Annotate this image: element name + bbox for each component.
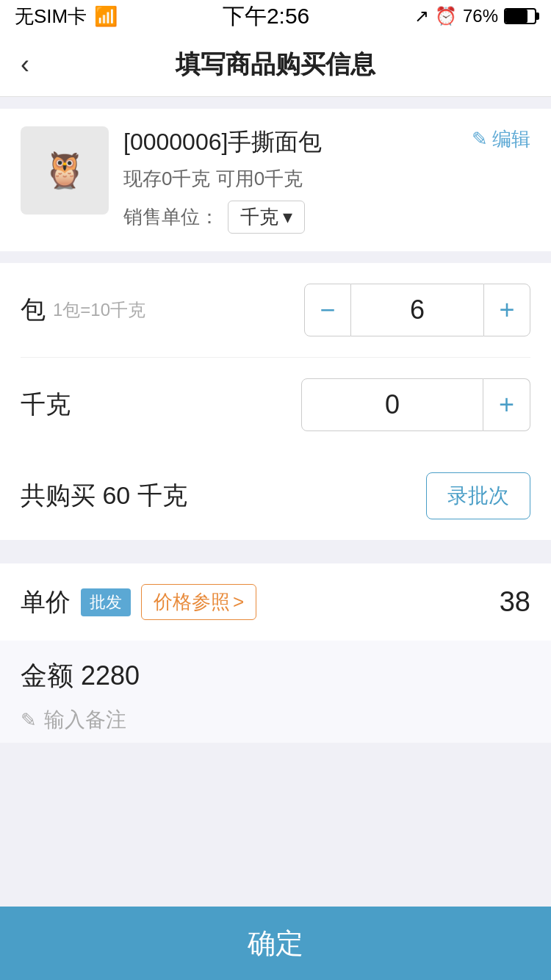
product-image: 🦉: [21, 126, 109, 215]
kg-quantity-control: +: [301, 378, 530, 431]
back-button[interactable]: ‹: [21, 49, 29, 80]
price-section: 单价 批发 价格参照 > 38: [0, 563, 551, 641]
divider-2: [0, 540, 551, 552]
package-label: 包 1包=10千克: [21, 293, 145, 327]
chevron-right-icon: >: [233, 591, 244, 613]
package-plus-button[interactable]: +: [483, 284, 530, 336]
edit-icon: ✎: [472, 128, 488, 151]
package-quantity-input[interactable]: [351, 284, 483, 336]
status-bar: 无SIM卡 📶 下午2:56 ↗ ⏰ 76%: [0, 0, 551, 32]
total-label: 共购买 60 千克: [21, 479, 187, 513]
package-row: 包 1包=10千克 − +: [21, 263, 530, 358]
pencil-icon: ✎: [21, 709, 37, 732]
chevron-down-icon: ▾: [283, 206, 292, 228]
price-label: 单价: [21, 586, 71, 619]
unit-value: 千克: [240, 204, 278, 230]
price-value: 38: [500, 586, 530, 618]
product-name: [0000006]手撕面包: [123, 126, 530, 159]
wholesale-badge: 批发: [81, 588, 131, 616]
amount-number: 2280: [81, 660, 140, 691]
product-card: 🦉 [0000006]手撕面包 现存0千克 可用0千克 销售单位： 千克 ▾ ✎…: [0, 109, 551, 251]
kg-quantity-input[interactable]: [301, 378, 483, 431]
wifi-icon: 📶: [94, 5, 118, 28]
batch-button[interactable]: 录批次: [426, 472, 530, 519]
amount-label: 金额: [21, 660, 81, 691]
product-info: [0000006]手撕面包 现存0千克 可用0千克 销售单位： 千克 ▾: [123, 126, 530, 234]
alarm-icon: ⏰: [435, 6, 457, 26]
product-unit-row: 销售单位： 千克 ▾: [123, 201, 530, 234]
unit-label: 销售单位：: [123, 204, 219, 230]
product-stock: 现存0千克 可用0千克: [123, 166, 530, 192]
edit-label: 编辑: [492, 126, 530, 152]
battery-icon: [504, 8, 536, 24]
edit-button[interactable]: ✎ 编辑: [472, 126, 530, 152]
battery-percent: 76%: [463, 6, 498, 26]
kg-row: 千克 +: [21, 358, 530, 452]
package-label-text: 包: [21, 293, 46, 327]
total-section: 共购买 60 千克 录批次: [0, 452, 551, 540]
kg-plus-button[interactable]: +: [483, 378, 530, 431]
package-quantity-control: − +: [304, 284, 530, 336]
status-right: ↗ ⏰ 76%: [414, 6, 536, 26]
product-thumbnail-icon: 🦉: [43, 150, 87, 191]
carrier-label: 无SIM卡: [15, 4, 87, 29]
status-left: 无SIM卡 📶: [15, 4, 118, 29]
price-ref-label: 价格参照: [154, 589, 230, 615]
page-title: 填写商品购买信息: [176, 48, 375, 82]
note-placeholder: 输入备注: [44, 706, 126, 734]
kg-label: 千克: [21, 388, 71, 422]
location-icon: ↗: [414, 6, 429, 26]
price-left: 单价 批发 价格参照 >: [21, 584, 256, 620]
kg-label-text: 千克: [21, 388, 71, 422]
time-label: 下午2:56: [223, 1, 309, 32]
amount-row: 金额 2280: [21, 658, 530, 694]
confirm-button[interactable]: 确定: [0, 907, 551, 980]
unit-select[interactable]: 千克 ▾: [228, 201, 305, 234]
amount-section: 金额 2280 ✎ 输入备注: [0, 641, 551, 743]
package-sublabel: 1包=10千克: [53, 298, 145, 322]
package-minus-button[interactable]: −: [304, 284, 351, 336]
input-section: 包 1包=10千克 − + 千克 +: [0, 263, 551, 452]
nav-bar: ‹ 填写商品购买信息: [0, 32, 551, 97]
divider-1: [0, 251, 551, 263]
price-reference-button[interactable]: 价格参照 >: [141, 584, 256, 620]
note-row[interactable]: ✎ 输入备注: [21, 706, 530, 734]
